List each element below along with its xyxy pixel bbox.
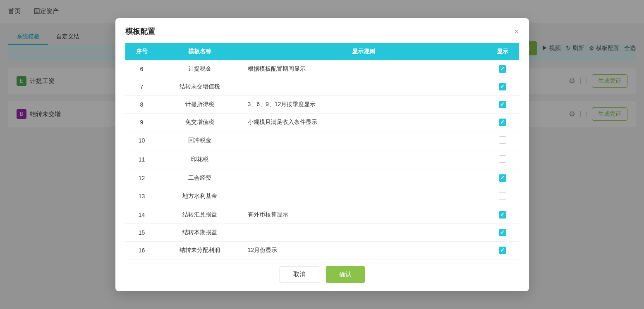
cell-display	[486, 60, 519, 78]
checkbox-row-6[interactable]	[499, 65, 506, 73]
config-table: 序号 模板名称 显示规则 显示 6计提税金根据模板配置期间显示7结转未交增值税8…	[125, 43, 519, 259]
cell-rule: 有外币核算显示	[241, 206, 486, 223]
cell-rule	[241, 187, 486, 206]
cell-seq: 7	[125, 78, 158, 95]
checkbox-row-7[interactable]	[499, 83, 506, 90]
cell-name: 计提所得税	[158, 95, 241, 113]
cell-name: 回冲税金	[158, 131, 241, 150]
cell-rule	[241, 78, 486, 95]
cancel-button[interactable]: 取消	[280, 266, 319, 283]
cell-display	[486, 131, 519, 150]
cell-seq: 8	[125, 95, 158, 113]
cell-name: 印花税	[158, 150, 241, 169]
table-row: 7结转未交增值税	[125, 78, 519, 95]
checkbox-row-12[interactable]	[499, 174, 506, 182]
table-row: 12工会经费	[125, 169, 519, 187]
cell-name: 免交增值税	[158, 113, 241, 131]
table-row: 8计提所得税3、6、9、12月按季度显示	[125, 95, 519, 113]
cell-seq: 14	[125, 206, 158, 223]
dialog-header: 模板配置 ×	[115, 18, 529, 43]
table-row: 16结转未分配利润12月份显示	[125, 241, 519, 259]
cell-display	[486, 206, 519, 223]
col-seq: 序号	[125, 43, 158, 60]
cell-rule	[241, 150, 486, 169]
cell-display	[486, 187, 519, 206]
cell-name: 地方水利基金	[158, 187, 241, 206]
cell-display	[486, 169, 519, 187]
cell-rule: 3、6、9、12月按季度显示	[241, 95, 486, 113]
table-header: 序号 模板名称 显示规则 显示	[125, 43, 519, 60]
cell-name: 结转未交增值税	[158, 78, 241, 95]
dialog-close-button[interactable]: ×	[514, 27, 519, 36]
cell-name: 结转本期损益	[158, 223, 241, 241]
dialog-title: 模板配置	[125, 26, 155, 36]
cell-seq: 13	[125, 187, 158, 206]
col-rule: 显示规则	[241, 43, 486, 60]
cell-seq: 11	[125, 150, 158, 169]
cell-name: 工会经费	[158, 169, 241, 187]
checkbox-row-9[interactable]	[499, 119, 506, 126]
cell-seq: 9	[125, 113, 158, 131]
checkbox-row-8[interactable]	[499, 101, 506, 108]
checkbox-row-16[interactable]	[499, 247, 506, 254]
cell-seq: 6	[125, 60, 158, 78]
cell-display	[486, 150, 519, 169]
cell-display	[486, 241, 519, 259]
cell-seq: 12	[125, 169, 158, 187]
table-row: 14结转汇兑损益有外币核算显示	[125, 206, 519, 223]
table-row: 13地方水利基金	[125, 187, 519, 206]
cell-display	[486, 223, 519, 241]
cell-display	[486, 78, 519, 95]
cell-seq: 15	[125, 223, 158, 241]
cell-name: 计提税金	[158, 60, 241, 78]
col-name: 模板名称	[158, 43, 241, 60]
cell-name: 结转未分配利润	[158, 241, 241, 259]
cell-seq: 10	[125, 131, 158, 150]
cell-display	[486, 95, 519, 113]
table-row: 11印花税	[125, 150, 519, 169]
col-display: 显示	[486, 43, 519, 60]
template-config-dialog: 模板配置 × 序号 模板名称 显示规则 显示 6计提税金根据模板配置期间显示7结…	[115, 18, 529, 291]
checkbox-row-13[interactable]	[499, 192, 506, 200]
checkbox-row-14[interactable]	[499, 211, 506, 219]
cell-rule	[241, 223, 486, 241]
table-row: 15结转本期损益	[125, 223, 519, 241]
cell-seq: 16	[125, 241, 158, 259]
dialog-body: 序号 模板名称 显示规则 显示 6计提税金根据模板配置期间显示7结转未交增值税8…	[115, 43, 529, 259]
cell-rule	[241, 169, 486, 187]
cell-display	[486, 113, 519, 131]
checkbox-row-11[interactable]	[499, 155, 506, 163]
checkbox-row-15[interactable]	[499, 229, 506, 236]
dialog-footer: 取消 确认	[115, 259, 529, 291]
cell-rule: 12月份显示	[241, 241, 486, 259]
cell-rule	[241, 131, 486, 150]
confirm-button[interactable]: 确认	[326, 266, 365, 283]
checkbox-row-10[interactable]	[499, 136, 506, 144]
cell-rule: 小规模且满足收入条件显示	[241, 113, 486, 131]
cell-rule: 根据模板配置期间显示	[241, 60, 486, 78]
cell-name: 结转汇兑损益	[158, 206, 241, 223]
table-row: 6计提税金根据模板配置期间显示	[125, 60, 519, 78]
table-row: 9免交增值税小规模且满足收入条件显示	[125, 113, 519, 131]
table-row: 10回冲税金	[125, 131, 519, 150]
table-body: 6计提税金根据模板配置期间显示7结转未交增值税8计提所得税3、6、9、12月按季…	[125, 60, 519, 259]
modal-overlay: 模板配置 × 序号 模板名称 显示规则 显示 6计提税金根据模板配置期间显示7结…	[0, 0, 644, 309]
